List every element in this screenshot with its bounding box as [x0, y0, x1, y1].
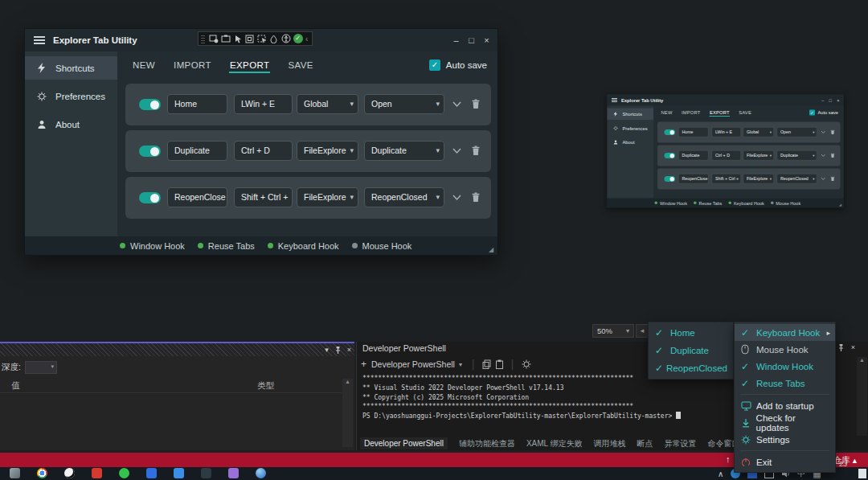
menu-item-home[interactable]: ✓ Home [649, 324, 733, 342]
screenshot-icon[interactable] [219, 33, 231, 44]
action-dropdown[interactable]: ReopenClosed▾ [364, 187, 444, 207]
depth-dropdown[interactable]: ▾ [25, 361, 57, 374]
chevron-down-icon[interactable]: ▾ [459, 361, 462, 368]
shell-selector[interactable]: Developer PowerShell [371, 359, 455, 369]
auto-save-checkbox[interactable]: ✓ Auto save [429, 59, 487, 71]
copy-icon[interactable] [481, 359, 493, 369]
hotkey-input[interactable]: Ctrl + D [234, 141, 293, 161]
menu-item-exit[interactable]: Exit [735, 453, 835, 470]
blue-sphere-icon[interactable] [256, 468, 266, 478]
close-icon[interactable]: × [347, 346, 351, 354]
check-icon: ✓ [655, 363, 666, 374]
column-value[interactable]: 值 [11, 380, 20, 392]
action-dropdown[interactable]: Duplicate▾ [364, 141, 444, 161]
tray-corner-icon[interactable] [858, 469, 866, 478]
tab-new[interactable]: NEW [132, 53, 156, 77]
sidebar-item-about[interactable]: About [25, 113, 117, 136]
select-element-icon[interactable] [231, 33, 244, 44]
tab-developer-powershell[interactable]: Developer PowerShell [360, 437, 448, 449]
designer-collapse-button[interactable]: ◂ [636, 324, 649, 338]
scope-dropdown[interactable]: Global▾ [297, 94, 358, 114]
menu-item-keyboard-hook[interactable]: ✓ Keyboard Hook ▸ [735, 324, 835, 341]
name-input[interactable]: Home [167, 94, 227, 114]
name-input[interactable]: Duplicate [167, 141, 227, 161]
tab-call-stack[interactable]: 调用堆栈 [594, 438, 626, 449]
tool-window-titlebar[interactable]: ▾ × [0, 343, 354, 356]
scroll-up-arrow-icon[interactable]: ↑ [726, 454, 731, 464]
status-keyboard-hook: Keyboard Hook [268, 241, 339, 251]
accessibility-checker-icon[interactable] [280, 33, 292, 44]
enabled-toggle[interactable] [139, 146, 161, 157]
tray-chevron-up-icon[interactable]: ∧ [718, 470, 723, 478]
terminal-toolbar: + Developer PowerShell ▾ │ │ [361, 357, 533, 371]
hot-reload-icon[interactable] [268, 33, 280, 44]
thunder-icon[interactable] [92, 468, 102, 478]
window-position-dropdown-icon[interactable]: ▾ [325, 346, 329, 354]
enabled-toggle[interactable] [139, 99, 161, 110]
close-icon[interactable]: × [851, 343, 855, 352]
expand-chevron-icon[interactable] [452, 146, 462, 156]
menu-item-settings[interactable]: Settings [735, 431, 835, 448]
paste-icon[interactable] [493, 359, 506, 369]
name-input[interactable]: ReopenClose [167, 187, 227, 207]
sidebar-item-shortcuts[interactable]: Shortcuts [25, 56, 117, 80]
wechat-icon[interactable] [119, 468, 129, 478]
status-dot-icon [120, 243, 125, 248]
enabled-toggle[interactable] [139, 192, 161, 203]
track-focused-element-icon[interactable] [256, 33, 268, 44]
vertical-scrollbar[interactable]: ▲ [857, 357, 867, 436]
pin-icon[interactable] [837, 343, 845, 352]
menu-item-window-hook[interactable]: ✓ Window Hook [735, 358, 835, 375]
delete-trash-icon[interactable] [471, 99, 481, 109]
tab-exception-settings[interactable]: 异常设置 [665, 438, 697, 449]
tab-xaml-binding-failures[interactable]: XAML 绑定失败 [526, 438, 583, 449]
tab-save[interactable]: SAVE [287, 53, 313, 77]
pin-icon[interactable] [334, 346, 342, 355]
scope-dropdown[interactable]: FileExplore▾ [297, 187, 358, 207]
terminal-settings-gear-icon[interactable] [520, 359, 533, 369]
live-visual-tree-icon[interactable] [207, 33, 219, 44]
menu-item-add-to-startup[interactable]: Add to startup [735, 397, 835, 414]
column-type[interactable]: 类型 [257, 380, 274, 392]
menu-item-check-for-updates[interactable]: Check for updates [735, 414, 835, 431]
designer-zoom-dropdown[interactable]: 50% ▾ [592, 324, 634, 338]
delete-trash-icon[interactable] [471, 192, 481, 203]
qq-mail-icon[interactable] [146, 468, 157, 478]
layout-adorners-icon[interactable] [244, 33, 256, 44]
tab-accessibility-checker[interactable]: 辅助功能检查器 [459, 438, 515, 449]
resize-grip[interactable]: ◢ [489, 246, 495, 252]
tab-import[interactable]: IMPORT [173, 53, 212, 77]
menu-item-mouse-hook[interactable]: Mouse Hook [735, 341, 835, 358]
toolbar-drag-handle-icon[interactable] [201, 34, 205, 43]
maximize-button[interactable]: □ [464, 29, 479, 51]
hamburger-menu-icon[interactable] [34, 35, 45, 47]
expand-chevron-icon[interactable] [452, 99, 462, 109]
minimize-button[interactable]: – [448, 29, 464, 51]
hotkey-input[interactable]: LWin + E [234, 94, 293, 114]
close-button[interactable]: × [479, 29, 494, 51]
panda-app-icon[interactable] [64, 468, 75, 478]
chrome-icon[interactable] [37, 468, 47, 478]
action-dropdown[interactable]: Open▾ [364, 94, 444, 114]
menu-item-reopenclosed[interactable]: ✓ ReopenClosed [649, 359, 733, 377]
new-terminal-button[interactable]: + [361, 359, 366, 370]
scope-dropdown[interactable]: FileExplore▾ [297, 141, 358, 161]
notepad-icon[interactable] [10, 468, 20, 478]
menu-item-reuse-tabs[interactable]: ✓ Reuse Tabs [735, 375, 835, 392]
mumu-icon[interactable] [228, 468, 239, 478]
sidebar-item-preferences[interactable]: Preferences [25, 84, 117, 108]
menu-item-duplicate[interactable]: ✓ Duplicate [649, 342, 733, 359]
toolbar-collapse-icon[interactable]: ‹ [304, 35, 309, 43]
expand-chevron-icon[interactable] [452, 192, 462, 203]
delete-trash-icon[interactable] [471, 146, 481, 156]
check-icon: ✓ [741, 327, 756, 338]
tab-export[interactable]: EXPORT [229, 53, 270, 77]
panel-title: Developer PowerShell [362, 343, 446, 353]
titlebar[interactable]: Explorer Tab Utility ✓ ‹ – □ [25, 29, 497, 51]
docs-icon[interactable] [174, 468, 184, 478]
tab-breakpoints[interactable]: 断点 [637, 438, 653, 449]
hotkey-input[interactable]: Shift + Ctrl + [234, 187, 293, 207]
steam-icon[interactable] [201, 468, 211, 478]
vertical-scrollbar[interactable]: ▲ [342, 379, 353, 447]
vs-inapp-debug-toolbar[interactable]: ✓ ‹ [198, 31, 313, 46]
